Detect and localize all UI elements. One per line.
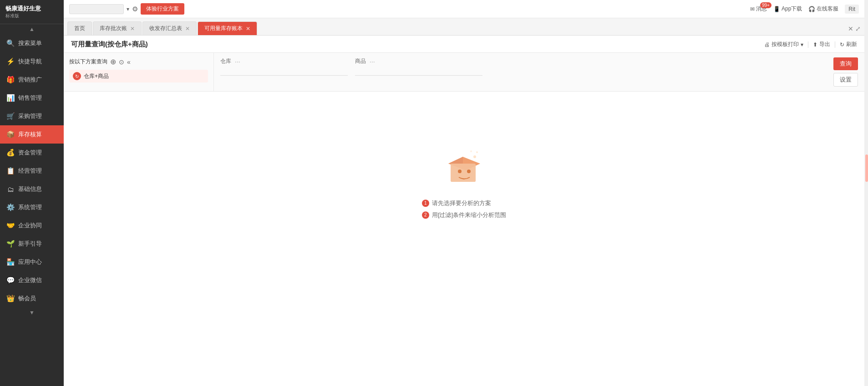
svg-marker-2 (448, 157, 463, 164)
finance-icon: 💰 (6, 149, 15, 157)
message-button[interactable]: ✉ 消息 99+ (750, 5, 767, 13)
warehouse-more-button[interactable]: ··· (235, 58, 240, 65)
schema-icon: ↻ (73, 72, 81, 80)
sales-icon: 📊 (6, 94, 15, 102)
logo-title: 畅康通好生意 (5, 5, 58, 13)
sidebar-item-label: 畅会员 (18, 294, 36, 303)
sidebar-item-member[interactable]: 👑 畅会员 (0, 289, 64, 308)
add-schema-button[interactable]: ⊕ (110, 57, 116, 66)
print-label: 按模板打印 (772, 41, 799, 48)
basic-icon: 🗂 (6, 185, 15, 193)
sidebar-item-appstore[interactable]: 🏪 应用中心 (0, 253, 64, 271)
tab-batch-close[interactable]: ✕ (130, 26, 135, 32)
svg-point-4 (458, 170, 462, 173)
tab-home[interactable]: 首页 (67, 21, 92, 35)
service-label: 在线客服 (817, 5, 838, 13)
online-service-button[interactable]: 🎧 在线客服 (808, 5, 838, 13)
sidebar-item-inventory[interactable]: 📦 库存核算 (0, 125, 64, 144)
newbie-icon: 🌱 (6, 240, 15, 248)
sidebar-item-basic[interactable]: 🗂 基础信息 (0, 180, 64, 198)
message-badge: 99+ (760, 2, 772, 8)
sidebar-item-label: 新手引导 (18, 240, 42, 248)
sidebar-item-label: 采购管理 (18, 112, 42, 120)
tip-number-2: 2 (422, 211, 429, 219)
svg-point-6 (473, 155, 476, 158)
sidebar-item-purchase[interactable]: 🛒 采购管理 (0, 107, 64, 125)
sidebar-item-label: 应用中心 (18, 258, 42, 266)
dropdown-arrow-icon[interactable]: ▾ (127, 6, 129, 12)
export-button[interactable]: ⬆ 导出 (813, 41, 830, 48)
trial-industry-button[interactable]: 体验行业方案 (141, 3, 184, 15)
printer-icon: 🖨 (764, 41, 770, 48)
print-dropdown-icon[interactable]: ▾ (801, 41, 803, 48)
enterprise-icon: 🤝 (6, 221, 15, 230)
headset-icon: 🎧 (808, 6, 815, 12)
warehouse-label: 仓库 (220, 57, 231, 65)
export-label: 导出 (819, 41, 830, 48)
print-template-button[interactable]: 🖨 按模板打印 ▾ (764, 41, 803, 48)
sidebar-item-label: 库存核算 (18, 130, 42, 139)
scroll-up-arrow[interactable]: ▲ (0, 24, 64, 34)
sidebar-item-label: 系统管理 (18, 203, 42, 211)
filter-header: 按以下方案查询 ⊕ ⊙ « (69, 57, 208, 66)
page-content: 可用量查询(按仓库+商品) 🖨 按模板打印 ▾ ⬆ 导出 ↻ 刷新 (64, 36, 864, 386)
tab-receive-close[interactable]: ✕ (185, 26, 190, 32)
edit-schema-button[interactable]: ⊙ (119, 58, 124, 66)
sidebar-item-label: 搜索菜单 (18, 39, 42, 47)
schema-item-warehouse-product[interactable]: ↻ 仓库+商品 (69, 70, 208, 82)
filter-right-panel: 仓库 ··· 商品 ··· 查询 设置 (214, 53, 864, 91)
settings-button[interactable]: 设置 (833, 73, 858, 87)
tip-text-2: 用[过滤]条件来缩小分析范围 (432, 211, 506, 219)
marketing-icon: 🎁 (6, 76, 15, 84)
tab-available[interactable]: 可用量库存账本 ✕ (198, 21, 257, 35)
collapse-filter-button[interactable]: « (127, 58, 131, 66)
product-more-button[interactable]: ··· (370, 58, 375, 65)
message-icon: ✉ (750, 6, 755, 12)
sidebar-item-search[interactable]: 🔍 搜索菜单 (0, 34, 64, 52)
app-download-button[interactable]: 📱 App下载 (773, 5, 802, 13)
right-edge-bar (865, 154, 868, 182)
sidebar-item-operations[interactable]: 📋 经营管理 (0, 162, 64, 180)
sidebar: 畅康通好生意 标准版 ▲ 🔍 搜索菜单 ⚡ 快捷导航 🎁 营销推广 📊 销售管理… (0, 0, 64, 386)
sidebar-item-finance[interactable]: 💰 资金管理 (0, 144, 64, 162)
product-input[interactable] (355, 67, 482, 76)
sidebar-item-marketing[interactable]: 🎁 营销推广 (0, 71, 64, 89)
tab-available-close[interactable]: ✕ (246, 26, 250, 32)
sidebar-logo: 畅康通好生意 标准版 (0, 0, 64, 24)
shortcut-icon: ⚡ (6, 57, 15, 66)
gear-icon[interactable]: ⚙ (132, 5, 138, 13)
filter-section: 按以下方案查询 ⊕ ⊙ « ↻ 仓库+商品 仓库 ··· (64, 53, 864, 92)
tip-number-1: 1 (422, 200, 429, 207)
tab-batch-label: 库存批次账 (100, 25, 127, 32)
sidebar-item-system[interactable]: ⚙️ 系统管理 (0, 198, 64, 216)
product-label: 商品 (355, 57, 366, 65)
refresh-button[interactable]: ↻ 刷新 (840, 41, 857, 48)
tip-item-2: 2 用[过滤]条件来缩小分析范围 (422, 211, 506, 219)
expand-window-button[interactable]: ⤢ (855, 25, 861, 32)
sidebar-item-sales[interactable]: 📊 销售管理 (0, 89, 64, 107)
operations-icon: 📋 (6, 167, 15, 175)
sidebar-item-newbie[interactable]: 🌱 新手引导 (0, 235, 64, 253)
warehouse-input[interactable] (220, 67, 348, 76)
page-header: 可用量查询(按仓库+商品) 🖨 按模板打印 ▾ ⬆ 导出 ↻ 刷新 (64, 36, 864, 53)
topbar-search-input[interactable] (69, 4, 124, 14)
sidebar-item-wechat[interactable]: 💬 企业微信 (0, 271, 64, 289)
filter-header-label: 按以下方案查询 (69, 58, 107, 66)
sidebar-item-enterprise[interactable]: 🤝 企业协同 (0, 216, 64, 235)
export-icon: ⬆ (813, 41, 817, 48)
scroll-down-arrow[interactable]: ▼ (0, 308, 64, 318)
main-area: ▾ ⚙ 体验行业方案 ✉ 消息 99+ 📱 App下载 🎧 在线客服 Rit (64, 0, 864, 386)
close-window-button[interactable]: ✕ (848, 25, 853, 32)
user-profile-button[interactable]: Rit (845, 5, 859, 14)
phone-icon: 📱 (773, 6, 780, 12)
appstore-icon: 🏪 (6, 258, 15, 266)
filter-left-panel: 按以下方案查询 ⊕ ⊙ « ↻ 仓库+商品 (64, 53, 214, 91)
sidebar-item-shortcut[interactable]: ⚡ 快捷导航 (0, 52, 64, 71)
query-button[interactable]: 查询 (833, 57, 858, 70)
tab-receive[interactable]: 收发存汇总表 ✕ (142, 21, 197, 35)
tab-batch[interactable]: 库存批次账 ✕ (93, 21, 142, 35)
sidebar-item-label: 销售管理 (18, 94, 42, 102)
page-header-actions: 🖨 按模板打印 ▾ ⬆ 导出 ↻ 刷新 (764, 41, 857, 48)
sidebar-menu: ▲ 🔍 搜索菜单 ⚡ 快捷导航 🎁 营销推广 📊 销售管理 🛒 采购管理 📦 库… (0, 24, 64, 386)
tab-home-label: 首页 (74, 25, 85, 32)
